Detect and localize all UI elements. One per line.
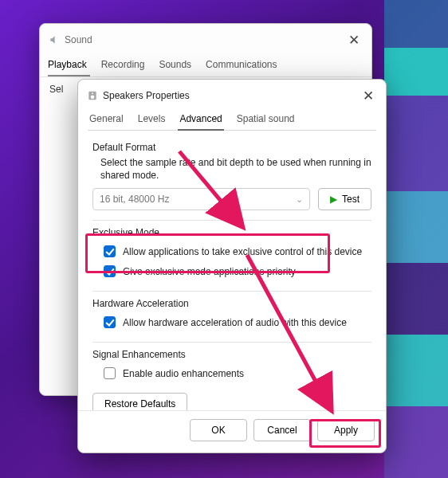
- default-format-value: 16 bit, 48000 Hz: [100, 194, 169, 205]
- dialog-footer: OK Cancel Apply: [78, 410, 386, 453]
- speakers-properties-window: Speakers Properties ✕ General Levels Adv…: [77, 79, 387, 453]
- sound-window-title: Sound: [65, 34, 92, 45]
- svg-point-1: [90, 95, 94, 99]
- apply-button[interactable]: Apply: [317, 419, 375, 441]
- exclusive-control-label: Allow applications to take exclusive con…: [123, 246, 362, 257]
- test-label: Test: [342, 194, 360, 205]
- sound-icon: [48, 34, 60, 46]
- hardware-accel-checkbox[interactable]: [104, 316, 116, 328]
- default-format-title: Default Format: [92, 142, 371, 153]
- default-format-select[interactable]: 16 bit, 48000 Hz ⌄: [92, 188, 310, 210]
- tab-levels[interactable]: Levels: [136, 108, 167, 130]
- exclusive-priority-label: Give exclusive mode applications priorit…: [123, 266, 296, 277]
- hardware-accel-title: Hardware Acceleration: [92, 298, 371, 309]
- ok-button[interactable]: OK: [190, 419, 247, 441]
- chevron-down-icon: ⌄: [296, 194, 303, 205]
- exclusive-control-row[interactable]: Allow applications to take exclusive con…: [92, 241, 371, 261]
- close-icon[interactable]: ✕: [359, 86, 378, 105]
- tab-spatial-sound[interactable]: Spatial sound: [235, 108, 297, 130]
- divider: [92, 342, 371, 343]
- props-window-title: Speakers Properties: [103, 90, 190, 101]
- hardware-accel-row[interactable]: Allow hardware acceleration of audio wit…: [92, 312, 371, 332]
- signal-enh-checkbox[interactable]: [104, 367, 116, 379]
- close-icon[interactable]: ✕: [344, 30, 364, 49]
- divider: [92, 220, 371, 221]
- play-icon: ▶: [330, 194, 337, 205]
- exclusive-priority-row[interactable]: Give exclusive mode applications priorit…: [92, 261, 371, 281]
- restore-defaults-button[interactable]: Restore Defaults: [92, 393, 187, 410]
- props-tabs: General Levels Advanced Spatial sound: [88, 107, 376, 131]
- tab-general[interactable]: General: [88, 108, 125, 130]
- sound-titlebar: Sound ✕: [40, 24, 371, 53]
- signal-enh-label: Enable audio enhancements: [123, 368, 244, 379]
- test-button[interactable]: ▶ Test: [318, 188, 371, 210]
- svg-point-2: [92, 92, 93, 94]
- exclusive-mode-title: Exclusive Mode: [92, 227, 371, 238]
- props-titlebar: Speakers Properties ✕: [78, 80, 386, 107]
- default-format-desc: Select the sample rate and bit depth to …: [100, 156, 371, 182]
- sound-tabs: Playback Recording Sounds Communications: [40, 53, 371, 77]
- exclusive-priority-checkbox[interactable]: [104, 265, 116, 277]
- divider: [92, 291, 371, 292]
- tab-recording[interactable]: Recording: [101, 56, 148, 76]
- signal-enh-title: Signal Enhancements: [92, 349, 371, 360]
- speaker-icon: [86, 90, 98, 102]
- desktop-background-deco: [384, 0, 448, 478]
- tab-advanced[interactable]: Advanced: [178, 108, 223, 131]
- props-body: Default Format Select the sample rate an…: [78, 131, 386, 410]
- tab-sounds[interactable]: Sounds: [159, 56, 195, 76]
- exclusive-control-checkbox[interactable]: [104, 245, 116, 257]
- signal-enh-row[interactable]: Enable audio enhancements: [92, 363, 371, 383]
- hardware-accel-label: Allow hardware acceleration of audio wit…: [123, 317, 347, 328]
- tab-communications[interactable]: Communications: [206, 56, 280, 76]
- cancel-button[interactable]: Cancel: [253, 419, 311, 441]
- tab-playback[interactable]: Playback: [48, 56, 90, 76]
